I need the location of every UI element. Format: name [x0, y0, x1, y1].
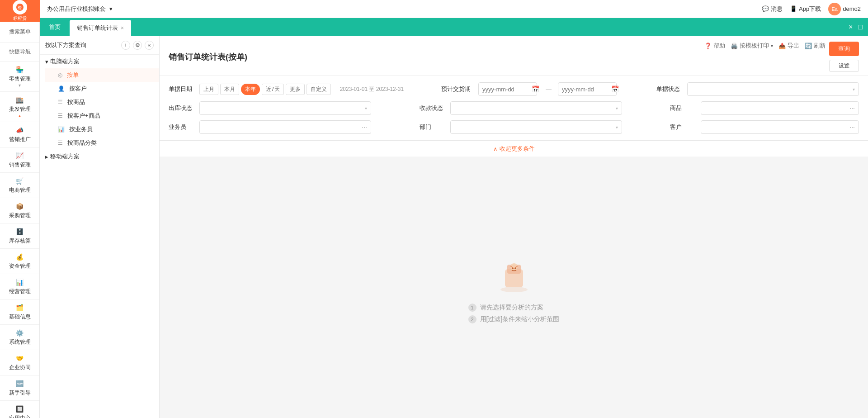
sidebar-item-sales-label: 销售管理 [9, 161, 31, 169]
app-download-btn[interactable]: 📱 App下载 [790, 5, 821, 13]
sidebar-item-ops[interactable]: 📊 经营管理 [0, 274, 39, 299]
user-info[interactable]: Ea demo2 [828, 3, 861, 15]
message-btn[interactable]: 💬 消息 [762, 5, 783, 13]
sidebar-item-base-label: 基础信息 [9, 313, 31, 321]
edit-icon: ⚙ [135, 42, 140, 48]
status-arrow: ▾ [853, 87, 855, 92]
dept-select[interactable]: ▾ [450, 120, 622, 134]
collapse-arrow: ∧ [493, 146, 498, 152]
sidebar-item-base[interactable]: 🗂️ 基础信息 [0, 299, 39, 325]
tab-sales-report[interactable]: 销售订单统计表 × [70, 20, 131, 36]
sidebar-item-enterprise[interactable]: 🤝 企业协同 [0, 350, 39, 375]
sidebar-item-enterprise-label: 企业协同 [9, 364, 31, 371]
sidebar: 橙 标橙贷 搜索菜单 快捷导航 🏪 零售管理 ▾ 🏬 批发管理 ▴ 📣 营销推广… [0, 0, 40, 418]
svg-point-9 [514, 268, 516, 269]
scheme-customer-label: 按客户 [69, 85, 87, 93]
sidebar-item-retail[interactable]: 🏪 零售管理 ▾ [0, 62, 39, 92]
print-arrow: ▾ [771, 43, 773, 48]
pc-section: ▾ 电脑端方案 ◎ 按单 👤 按客户 ☰ 按商品 [40, 55, 159, 150]
help-btn[interactable]: ❓ 帮助 [704, 42, 725, 50]
page-actions-wrapper: ❓ 帮助 🖨️ 按模板打印 ▾ 📤 导出 [704, 42, 859, 72]
sidebar-search-label[interactable]: 搜索菜单 [9, 25, 31, 38]
logo: 橙 标橙贷 [0, 0, 40, 22]
refresh-btn[interactable]: 🔄 刷新 [805, 42, 826, 50]
help-label: 帮助 [713, 42, 725, 50]
svg-point-2 [500, 287, 528, 292]
tip-text-1: 请先选择要分析的方案 [480, 304, 543, 312]
ship-status-select[interactable]: ▾ [199, 101, 371, 115]
query-button[interactable]: 查询 [829, 42, 859, 56]
sidebar-item-inventory[interactable]: 🗄️ 库存核算 [0, 223, 39, 249]
date-quick-btns: 上月 本月 本年 近7天 更多 自定义 [199, 84, 331, 95]
window-max-btn[interactable]: □ [856, 23, 864, 31]
scheme-item-salesman[interactable]: 📊 按业务员 [45, 123, 159, 136]
scheme-item-customer-goods[interactable]: ☰ 按客户+商品 [45, 109, 159, 123]
customer-select[interactable]: ··· [701, 120, 859, 134]
salesman-select[interactable]: ··· [199, 120, 371, 134]
date-btn-more[interactable]: 更多 [286, 84, 305, 95]
mobile-section-label: 移动端方案 [50, 152, 80, 161]
sidebar-item-sales[interactable]: 📈 销售管理 [0, 147, 39, 173]
order-scheme-icon: ◎ [58, 72, 62, 78]
sidebar-item-purchase-label: 采购管理 [9, 212, 31, 219]
delivery-date-to[interactable] [558, 82, 617, 96]
help-icon: ❓ [704, 43, 712, 49]
sidebar-item-system[interactable]: ⚙️ 系统管理 [0, 325, 39, 350]
status-select[interactable]: ▾ [687, 82, 859, 96]
pay-status-select[interactable]: ▾ [450, 101, 622, 115]
inventory-icon: 🗄️ [15, 227, 24, 236]
export-icon: 📤 [778, 43, 786, 49]
scheme-category-label: 按商品分类 [67, 139, 97, 147]
sidebar-item-wholesale[interactable]: 🏬 批发管理 ▴ [0, 92, 39, 122]
date-btn-last-month[interactable]: 上月 [199, 84, 218, 95]
collapse-panel-btn[interactable]: « [145, 41, 154, 50]
date-btn-custom[interactable]: 自定义 [307, 84, 331, 95]
sidebar-item-purchase[interactable]: 📦 采购管理 [0, 198, 39, 223]
tab-home[interactable]: 首页 [40, 18, 70, 36]
topbar-arrow[interactable]: ▾ [109, 5, 113, 12]
delivery-date-label: 预计交货期 [441, 85, 473, 93]
pc-section-header[interactable]: ▾ 电脑端方案 [40, 55, 159, 68]
date-btn-7days[interactable]: 近7天 [262, 84, 284, 95]
add-scheme-btn[interactable]: + [121, 41, 130, 50]
scheme-item-customer[interactable]: 👤 按客户 [45, 82, 159, 95]
date-btn-this-year[interactable]: 本年 [241, 84, 260, 95]
empty-state: 1 请先选择要分析的方案 2 用[过滤]条件来缩小分析范围 [160, 157, 868, 418]
logo-icon: 橙 [13, 0, 27, 14]
setting-button[interactable]: 设置 [829, 60, 859, 72]
sidebar-item-finance[interactable]: 💰 资金管理 [0, 249, 39, 274]
delivery-date-from[interactable] [478, 82, 537, 96]
topbar: 办公用品行业模拟账套 ▾ 💬 消息 📱 App下载 Ea demo2 [40, 0, 868, 18]
tab-close-btn[interactable]: × [121, 25, 124, 31]
ship-status-arrow: ▾ [365, 106, 367, 111]
pc-section-arrow: ▾ [45, 58, 48, 65]
export-btn[interactable]: 📤 导出 [778, 42, 799, 50]
goods-dots[interactable]: ··· [849, 104, 855, 112]
collapse-filters-btn[interactable]: ∧ 收起更多条件 [160, 141, 868, 157]
window-close-btn[interactable]: × [847, 23, 854, 31]
customer-dots[interactable]: ··· [849, 124, 855, 131]
ecom-icon: 🛒 [15, 176, 24, 185]
goods-select[interactable]: ··· [701, 101, 859, 115]
salesman-dots[interactable]: ··· [362, 124, 367, 131]
ops-icon: 📊 [15, 278, 24, 287]
sidebar-item-ecom[interactable]: 🛒 电商管理 [0, 173, 39, 198]
scheme-goods-label: 按商品 [67, 98, 85, 106]
sidebar-item-marketing[interactable]: 📣 营销推广 [0, 122, 39, 147]
scheme-item-goods[interactable]: ☰ 按商品 [45, 95, 159, 109]
scheme-item-category[interactable]: ☰ 按商品分类 [45, 136, 159, 150]
left-panel-actions: + ⚙ « [121, 41, 154, 50]
edit-scheme-btn[interactable]: ⚙ [133, 41, 142, 50]
mobile-section-header[interactable]: ▸ 移动端方案 [40, 150, 159, 163]
sidebar-quick-nav[interactable]: 快捷导航 [9, 45, 31, 58]
sidebar-item-apps[interactable]: 🔲 应用中心 [0, 401, 39, 418]
print-btn[interactable]: 🖨️ 按模板打印 ▾ [731, 42, 773, 50]
dept-label: 部门 [420, 123, 445, 131]
sidebar-item-ops-label: 经营管理 [9, 288, 31, 295]
date-btn-this-month[interactable]: 本月 [220, 84, 239, 95]
sidebar-item-ecom-label: 电商管理 [9, 186, 31, 194]
purchase-icon: 📦 [15, 202, 24, 211]
scheme-item-order[interactable]: ◎ 按单 [45, 68, 159, 82]
empty-tip-2: 2 用[过滤]条件来缩小分析范围 [468, 315, 560, 323]
sidebar-item-guide[interactable]: 🆕 新手引导 [0, 375, 39, 401]
